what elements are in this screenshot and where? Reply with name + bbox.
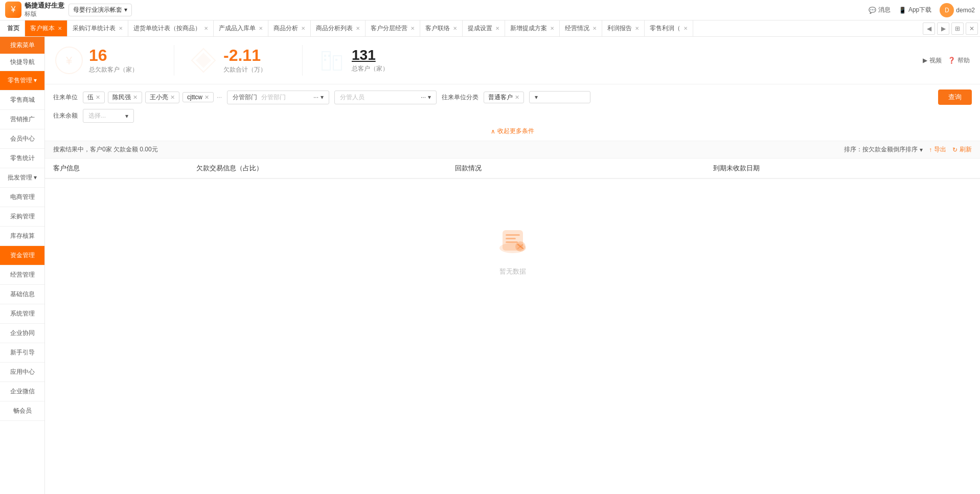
top-bar: ¥ 畅捷通好生意 标版 母婴行业演示帐套 ▾ 💬 消息 📱 App下载 D de… [0, 0, 980, 20]
stat-actions: ▶ 视频 ❓ 帮助 [923, 56, 970, 65]
close-icon[interactable]: ✕ [301, 26, 305, 31]
sidebar: 搜索菜单 快捷导航 零售管理 ▾ 零售商城 营销推广 会员中心 零售统计 批发管… [0, 37, 45, 494]
close-icon[interactable]: ✕ [683, 26, 688, 31]
help-btn[interactable]: ❓ 帮助 [948, 56, 970, 65]
remove-tag-chen[interactable]: ✕ [133, 94, 138, 101]
svg-rect-9 [324, 59, 326, 61]
sidebar-item-enterprise-wechat[interactable]: 企业微信 [0, 382, 44, 401]
sidebar-item-app-center[interactable]: 应用中心 [0, 363, 44, 382]
sidebar-item-new-guide[interactable]: 新手引导 [0, 343, 44, 363]
query-button[interactable]: 查询 [938, 89, 972, 105]
avatar: D [940, 3, 954, 17]
filter-more-btn[interactable]: ··· [217, 94, 222, 101]
sidebar-item-membership[interactable]: 畅会员 [0, 401, 44, 421]
sidebar-item-ecom-mgmt[interactable]: 电商管理 [0, 188, 44, 207]
tab-home[interactable]: 首页 [2, 20, 25, 37]
stat-block-debt-amount: -2.11 欠款合计（万） [190, 47, 287, 74]
sidebar-item-batch-mgmt[interactable]: 批发管理 ▾ [0, 168, 44, 188]
tab-purchase-order[interactable]: 采购订单统计表 ✕ [67, 20, 128, 37]
help-icon: ❓ [948, 57, 955, 64]
sidebar-item-retail-store[interactable]: 零售商城 [0, 91, 44, 110]
diamond-icon [190, 47, 217, 74]
tab-customer-contact[interactable]: 客户联络 ✕ [420, 20, 463, 37]
unit-label: 往来单位 [53, 93, 78, 102]
content-area: ¥ 16 总欠款客户（家） -2.11 [45, 37, 980, 494]
yuan-icon: ¥ [55, 47, 83, 74]
collapse-btn[interactable]: ∧ 收起更多条件 [53, 127, 972, 136]
svg-rect-5 [333, 56, 341, 70]
table-header: 客户信息 欠款交易信息（占比） 回款情况 到期未收款日期 [45, 159, 980, 179]
tab-bar: 首页 客户账本 ✕ 采购订单统计表 ✕ 进货单统计表（按商品） ✕ 产成品入库单… [0, 20, 980, 37]
close-icon[interactable]: ✕ [259, 26, 263, 31]
tab-customer-tier[interactable]: 客户分层经营 ✕ [366, 20, 420, 37]
sidebar-item-inventory[interactable]: 库存核算 [0, 227, 44, 246]
tab-retail-profit[interactable]: 零售利润（ ✕ [645, 20, 693, 37]
app-download-btn[interactable]: 📱 App下载 [899, 6, 931, 14]
tab-product-list[interactable]: 商品分析列表 ✕ [311, 20, 366, 37]
close-icon[interactable]: ✕ [356, 26, 360, 31]
tab-prev-btn[interactable]: ◀ [923, 23, 935, 35]
sidebar-item-biz-mgmt[interactable]: 经营管理 [0, 265, 44, 285]
tab-product-stock[interactable]: 产成品入库单 ✕ [214, 20, 268, 37]
main-layout: 搜索菜单 快捷导航 零售管理 ▾ 零售商城 营销推广 会员中心 零售统计 批发管… [0, 37, 980, 494]
close-icon[interactable]: ✕ [119, 26, 123, 31]
classify-label: 往来单位分类 [442, 93, 478, 102]
tab-close-all-btn[interactable]: ✕ [966, 23, 978, 35]
message-btn[interactable]: 💬 消息 [869, 6, 891, 14]
tab-product-analysis[interactable]: 商品分析 ✕ [268, 20, 311, 37]
col-debt-info: 欠款交易信息（占比） [196, 164, 455, 173]
sidebar-item-marketing[interactable]: 营销推广 [0, 110, 44, 129]
close-icon[interactable]: ✕ [58, 26, 62, 31]
person-select[interactable]: 分管人员 ··· ▾ [334, 91, 437, 104]
tab-new-raise[interactable]: 新增提成方案 ✕ [505, 20, 560, 37]
remove-tag-cjttcw[interactable]: ✕ [204, 94, 209, 101]
sidebar-item-retail-stats[interactable]: 零售统计 [0, 149, 44, 168]
sidebar-item-sys-mgmt[interactable]: 系统管理 [0, 304, 44, 324]
account-selector[interactable]: 母婴行业演示帐套 ▾ [69, 4, 132, 16]
close-icon[interactable]: ✕ [592, 26, 597, 31]
close-icon[interactable]: ✕ [635, 26, 639, 31]
sidebar-item-retail-mgmt[interactable]: 零售管理 ▾ [0, 71, 44, 91]
tab-biz-situation[interactable]: 经营情况 ✕ [560, 20, 602, 37]
chevron-down-icon: ▾ [535, 94, 538, 101]
result-bar: 搜索结果中，客户0家 欠款金额 0.00元 排序：按欠款金额倒序排序 ▾ ↑ 导… [45, 141, 980, 159]
tab-next-btn[interactable]: ▶ [937, 23, 949, 35]
sidebar-item-basic-info[interactable]: 基础信息 [0, 285, 44, 304]
remove-tag-wang[interactable]: ✕ [170, 94, 175, 101]
close-icon[interactable]: ✕ [550, 26, 554, 31]
video-btn[interactable]: ▶ 视频 [923, 56, 942, 65]
filter-tag-normal-customer: 普通客户 ✕ [484, 92, 524, 103]
export-btn[interactable]: ↑ 导出 [929, 145, 946, 154]
tab-profit-report[interactable]: 利润报告 ✕ [602, 20, 645, 37]
close-icon[interactable]: ✕ [495, 26, 499, 31]
refresh-btn[interactable]: ↻ 刷新 [952, 145, 972, 154]
chevron-up-icon: ∧ [491, 128, 495, 135]
empty-icon [492, 220, 533, 261]
chevron-down-icon: ▾ [125, 113, 128, 120]
remove-tag-wu[interactable]: ✕ [96, 94, 100, 101]
sidebar-search[interactable]: 搜索菜单 [0, 37, 44, 54]
filter-tag-cjttcw: cjttcw ✕ [183, 92, 214, 102]
result-info: 搜索结果中，客户0家 欠款金额 0.00元 [53, 145, 158, 154]
remove-tag-normal[interactable]: ✕ [515, 94, 519, 101]
close-icon[interactable]: ✕ [453, 26, 457, 31]
sidebar-item-enterprise[interactable]: 企业协同 [0, 324, 44, 343]
tab-raise-settings[interactable]: 提成设置 ✕ [463, 20, 505, 37]
sidebar-item-finance-mgmt[interactable]: 资金管理 [0, 246, 44, 265]
refresh-icon: ↻ [952, 146, 958, 153]
close-icon[interactable]: ✕ [204, 26, 208, 31]
close-icon[interactable]: ✕ [411, 26, 415, 31]
svg-rect-13 [506, 238, 516, 239]
tab-customers[interactable]: 客户账本 ✕ [25, 20, 67, 37]
dept-select[interactable]: 分管部门 分管部门 ··· ▾ [227, 91, 329, 104]
tab-purchase-stats[interactable]: 进货单统计表（按商品） ✕ [128, 20, 214, 37]
tab-expand-btn[interactable]: ⊞ [951, 23, 964, 35]
balance-select[interactable]: 选择... ▾ [83, 109, 134, 123]
user-menu[interactable]: D demo2 [940, 3, 975, 17]
debt-amount-label: 欠款合计（万） [223, 65, 266, 74]
sort-btn[interactable]: 排序：按欠款金额倒序排序 ▾ [844, 145, 923, 154]
sidebar-item-member[interactable]: 会员中心 [0, 129, 44, 149]
sidebar-nav-btn[interactable]: 快捷导航 [0, 54, 44, 71]
sidebar-item-purchase-mgmt[interactable]: 采购管理 [0, 207, 44, 227]
classify-dropdown[interactable]: ▾ [529, 91, 590, 103]
